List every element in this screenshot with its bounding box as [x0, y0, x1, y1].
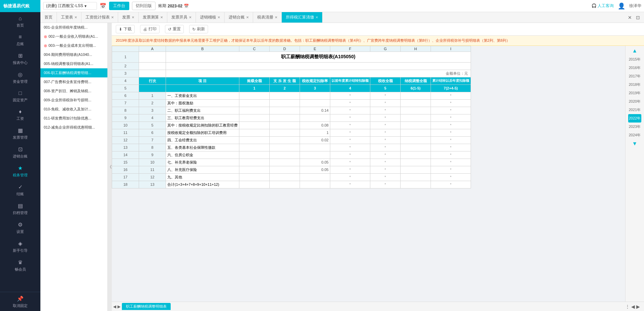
tab-wage[interactable]: 工资表✕: [57, 12, 81, 23]
sidebar-item-unfix[interactable]: 📌 取消固定: [0, 292, 40, 311]
sidebar-item-guide[interactable]: ◈ 新手引导: [0, 237, 40, 256]
year-nav-2018年[interactable]: 2018年: [628, 80, 641, 89]
cell-13-G[interactable]: *: [370, 144, 401, 151]
cell-9-G[interactable]: *: [370, 114, 401, 122]
cell-12-G[interactable]: *: [370, 136, 401, 144]
service-link[interactable]: 🎧 人工客询: [591, 3, 614, 9]
cell-14-I[interactable]: *: [431, 151, 471, 159]
cell-14-C[interactable]: [239, 151, 270, 159]
cell-8-D[interactable]: [270, 107, 300, 114]
left-panel-item-001[interactable]: 001-企业所得税年度纳税...: [40, 23, 107, 32]
switch-version-button[interactable]: 切到旧版: [132, 2, 156, 10]
company-dropdown-icon[interactable]: ▾: [84, 4, 87, 8]
cell-10-B[interactable]: 其中：按税收规定比例扣除的职工教育经费: [166, 122, 239, 129]
sidebar-item-fixed[interactable]: □ 固定资产: [0, 87, 40, 105]
sidebar-item-wage[interactable]: ♦ 工资: [0, 105, 40, 124]
cell-13-B[interactable]: 五、各类基本社会保障性缴款: [166, 144, 239, 151]
print-button[interactable]: 🖨 打印: [140, 25, 160, 33]
sidebar-item-settings[interactable]: ⚙ 设置: [0, 218, 40, 237]
cell-18-D[interactable]: [270, 181, 300, 188]
cell-6-B[interactable]: 一、工资薪金支出: [166, 92, 239, 99]
cell-10-C[interactable]: [239, 122, 270, 129]
sidebar-item-closing[interactable]: ✓ 结账: [0, 180, 40, 199]
cell-12-F[interactable]: *: [330, 136, 370, 144]
cell-6-H[interactable]: [401, 92, 431, 99]
cell-8-F[interactable]: *: [330, 107, 370, 114]
year-nav-2022年[interactable]: 2022年: [628, 114, 641, 123]
cell-15-E[interactable]: 0.05: [300, 159, 330, 166]
cell-17-E[interactable]: [300, 173, 330, 181]
cell-17-I[interactable]: *: [431, 173, 471, 181]
refresh-button[interactable]: ↻ 刷新: [189, 25, 208, 33]
tab-sales-ledger[interactable]: 进销台账✕: [225, 12, 253, 23]
collapse-panel-button[interactable]: 《: [108, 23, 112, 311]
cell-13-F[interactable]: *: [330, 144, 370, 151]
left-panel-item-012[interactable]: 012-减免企业所得税优惠明细...: [40, 123, 107, 132]
tab-close-invoice[interactable]: ✕: [132, 15, 134, 19]
spreadsheet-main[interactable]: A B C D E F G H I: [112, 46, 625, 302]
close-all-icon[interactable]: ✕: [626, 14, 633, 21]
cell-15-D[interactable]: [270, 159, 300, 166]
cell-7-C[interactable]: [239, 99, 270, 107]
cell-9-H[interactable]: [401, 114, 431, 122]
company-selector[interactable]: (勿删) 江西般宝-LSS ▾: [43, 2, 97, 10]
cell-3-A[interactable]: [139, 70, 166, 77]
download-button[interactable]: ⬇ 下载: [116, 25, 135, 33]
cell-11-C[interactable]: [239, 129, 270, 136]
cell-16-F[interactable]: *: [330, 166, 370, 173]
cell-7-D[interactable]: [270, 99, 300, 107]
year-nav-2024年[interactable]: 2024年: [628, 131, 641, 139]
cell-16-B[interactable]: 八、补充医疗保险: [166, 166, 239, 173]
cell-6-G[interactable]: *: [370, 92, 401, 99]
cell-17-G[interactable]: *: [370, 173, 401, 181]
cell-18-G[interactable]: *: [370, 181, 401, 188]
cell-10-D[interactable]: [270, 122, 300, 129]
cell-9-D[interactable]: [270, 114, 300, 122]
scroll-area-right[interactable]: ▶: [636, 304, 640, 309]
cell-16-E[interactable]: 0.05: [300, 166, 330, 173]
tab-close-invoice-open[interactable]: ✕: [189, 15, 192, 19]
sidebar-item-sales[interactable]: ⊡ 进销台账: [0, 143, 40, 162]
tab-close-sales-ledger[interactable]: ✕: [246, 15, 249, 19]
period-selector[interactable]: 账期 2023-02 📅: [158, 3, 189, 9]
tab-close-invoice-calc[interactable]: ✕: [160, 15, 163, 19]
sidebar-item-archive[interactable]: ▤ 归档管理: [0, 199, 40, 218]
cell-9-E[interactable]: [300, 114, 330, 122]
cell-17-C[interactable]: [239, 173, 270, 181]
year-nav-2016年[interactable]: 2016年: [628, 64, 641, 72]
year-nav-2017年[interactable]: 2017年: [628, 72, 641, 80]
cell-7-G[interactable]: *: [370, 99, 401, 107]
sidebar-item-home[interactable]: ⌂ 首页: [0, 12, 40, 31]
cell-11-B[interactable]: 按税收规定全额扣除的职工培训费用: [166, 129, 239, 136]
cell-18-H[interactable]: [401, 181, 431, 188]
cell-8-C[interactable]: [239, 107, 270, 114]
cell-9-I[interactable]: *: [431, 114, 471, 122]
cell-12-I[interactable]: *: [431, 136, 471, 144]
cell-6-D[interactable]: [270, 92, 300, 99]
cell-15-I[interactable]: *: [431, 159, 471, 166]
cell-15-C[interactable]: [239, 159, 270, 166]
tab-invoice-calc[interactable]: 发票测算✕: [139, 12, 167, 23]
year-nav-2020年[interactable]: 2020年: [628, 97, 641, 106]
cell-8-E[interactable]: 0.14: [300, 107, 330, 114]
cell-11-D[interactable]: [270, 129, 300, 136]
left-panel-item-005[interactable]: 005-纳税调整项目明细表(A1...: [40, 59, 107, 68]
cell-7-I[interactable]: *: [431, 99, 471, 107]
tab-invoice[interactable]: 发票✕: [118, 12, 139, 23]
cell-11-G[interactable]: *: [370, 129, 401, 136]
cell-2-A[interactable]: [139, 62, 166, 70]
cell-14-G[interactable]: *: [370, 151, 401, 159]
sidebar-item-ledger[interactable]: ≡ 总账: [0, 31, 40, 49]
left-panel-item-011[interactable]: 011-研发费用加计扣除优惠...: [40, 114, 107, 123]
cell-7-F[interactable]: *: [330, 99, 370, 107]
cell-18-F[interactable]: *: [330, 181, 370, 188]
year-nav-2023年[interactable]: 2023年: [628, 123, 641, 131]
sheet-tab-wage[interactable]: 职工薪酬纳税调整明细表: [122, 303, 171, 310]
cell-10-E[interactable]: 0.08: [300, 122, 330, 129]
cell-8-H[interactable]: [401, 107, 431, 114]
cell-6-F[interactable]: *: [330, 92, 370, 99]
cell-15-F[interactable]: *: [330, 159, 370, 166]
cell-14-B[interactable]: 六、住房公积金: [166, 151, 239, 159]
tab-close-tax-clear[interactable]: ✕: [275, 15, 277, 19]
sidebar-item-member[interactable]: ♛ 畅会员: [0, 256, 40, 275]
